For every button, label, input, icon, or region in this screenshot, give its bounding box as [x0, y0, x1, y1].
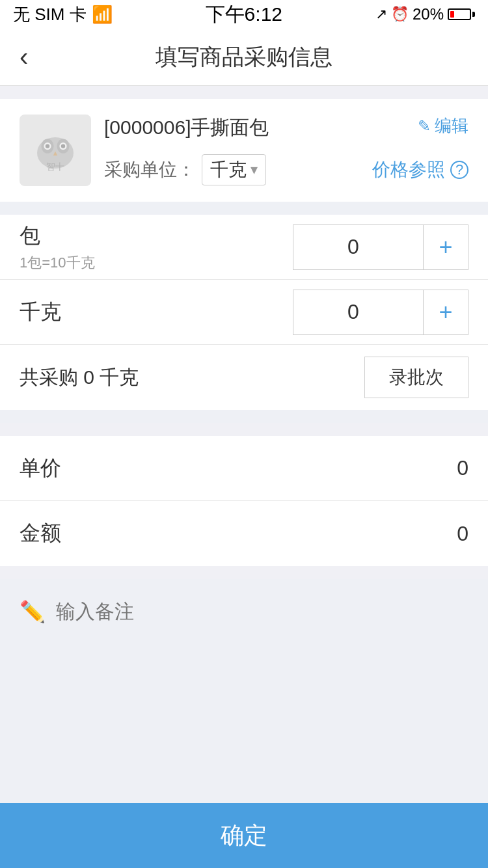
summary-row: 共采购 0 千克 录批次: [0, 345, 488, 410]
package-label-sub: 1包=10千克: [20, 253, 95, 273]
kg-input-group: +: [293, 290, 468, 335]
product-name: [0000006]手撕面包: [104, 115, 269, 141]
total-label: 共采购 0 千克: [20, 364, 139, 391]
unit-price-row: 单价 0: [0, 436, 488, 501]
alarm-icon: ⏰: [391, 6, 409, 23]
package-row: 包 1包=10千克 +: [0, 215, 488, 280]
edit-icon: ✎: [418, 117, 431, 135]
content-filler: [0, 644, 488, 813]
product-unit-row: 采购单位： 千克 ▾ 价格参照 ?: [104, 154, 468, 185]
package-label-main: 包: [20, 222, 95, 251]
edit-label: 编辑: [435, 115, 468, 137]
batch-button-label: 录批次: [389, 365, 444, 390]
back-button[interactable]: ‹: [20, 42, 28, 72]
help-icon: ?: [450, 161, 468, 179]
package-input-group: +: [293, 224, 468, 270]
edit-button[interactable]: ✎ 编辑: [418, 115, 468, 137]
nav-bar: ‹ 填写商品采购信息: [0, 29, 488, 86]
status-right: ↗ ⏰ 20%: [375, 5, 475, 23]
remark-section: ✏️: [0, 579, 488, 644]
product-image: 智十: [20, 115, 91, 186]
page-title: 填写商品采购信息: [156, 42, 332, 72]
remark-input[interactable]: [56, 601, 468, 623]
product-info: [0000006]手撕面包 ✎ 编辑 采购单位： 千克 ▾ 价格参照 ?: [104, 115, 468, 185]
price-ref-label: 价格参照: [372, 157, 445, 182]
confirm-button-label: 确定: [221, 820, 267, 852]
status-carrier: 无 SIM 卡 📶: [13, 3, 113, 26]
price-ref-button[interactable]: 价格参照 ?: [372, 157, 468, 182]
unit-select[interactable]: 千克 ▾: [202, 154, 266, 185]
status-time: 下午6:12: [206, 1, 282, 28]
svg-point-5: [46, 144, 49, 148]
kg-input[interactable]: [293, 290, 423, 335]
kg-plus-button[interactable]: +: [423, 290, 468, 335]
batch-button[interactable]: 录批次: [364, 357, 468, 398]
product-thumbnail-icon: 智十: [29, 124, 81, 176]
form-section: 包 1包=10千克 + 千克 + 共采购 0 千克 录批次: [0, 215, 488, 410]
amount-row: 金额 0: [0, 501, 488, 566]
package-label: 包 1包=10千克: [20, 222, 95, 273]
section-divider-2: [0, 410, 488, 423]
amount-label: 金额: [20, 519, 61, 548]
unit-label: 采购单位：: [104, 157, 195, 182]
confirm-button[interactable]: 确定: [0, 803, 488, 868]
status-bar: 无 SIM 卡 📶 下午6:12 ↗ ⏰ 20%: [0, 0, 488, 29]
battery-icon: [448, 8, 475, 20]
kg-row: 千克 +: [0, 280, 488, 345]
svg-text:智十: 智十: [46, 161, 64, 172]
location-icon: ↗: [375, 6, 387, 23]
unit-price-label: 单价: [20, 454, 61, 483]
product-header: [0000006]手撕面包 ✎ 编辑: [104, 115, 468, 141]
price-section: 单价 0 金额 0: [0, 436, 488, 566]
kg-label: 千克: [20, 298, 61, 327]
section-divider-1: [0, 202, 488, 215]
wifi-icon: 📶: [92, 5, 113, 25]
package-input[interactable]: [293, 224, 423, 270]
unit-price-value: 0: [457, 456, 468, 480]
chevron-down-icon: ▾: [251, 161, 258, 178]
package-plus-button[interactable]: +: [423, 224, 468, 270]
carrier-text: 无 SIM 卡: [13, 3, 87, 26]
pencil-icon: ✏️: [20, 599, 46, 624]
battery-percent: 20%: [413, 5, 444, 23]
amount-value: 0: [457, 522, 468, 546]
product-card: 智十 [0000006]手撕面包 ✎ 编辑 采购单位： 千克 ▾ 价格参照 ?: [0, 99, 488, 202]
svg-point-6: [61, 144, 65, 148]
unit-select-text: 千克: [210, 157, 247, 182]
kg-label-main: 千克: [20, 298, 61, 327]
